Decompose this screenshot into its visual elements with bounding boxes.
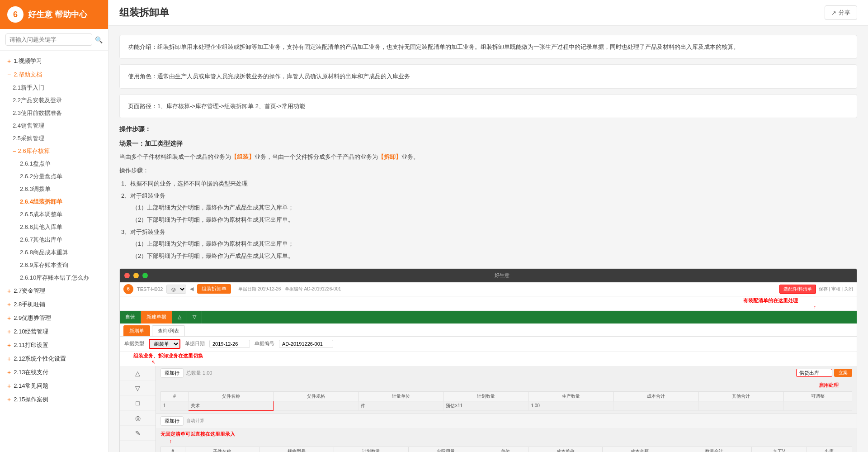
- row-unit: 件: [359, 401, 443, 410]
- step2b: （2）下部明细为子件明细，最终作为原材料生成其它出库单。: [132, 214, 857, 226]
- sidebar-item-25[interactable]: 2.5采购管理: [0, 132, 108, 145]
- enable-input[interactable]: [796, 369, 832, 377]
- collapse-icon-26: −: [13, 148, 16, 155]
- app-nav: 自营 新建单据 △ ▽: [120, 311, 857, 324]
- row-name: 关术: [189, 401, 274, 410]
- toolbar-id: TEST-H002: [137, 286, 163, 292]
- sidebar-item-212[interactable]: + 2.12系统个性化设置: [0, 352, 108, 366]
- type-select[interactable]: 组装单 拆卸单: [149, 339, 180, 349]
- step3b: （2）下部明细为子件明细，最终作为产成品生成其它入库单。: [132, 251, 857, 262]
- sidebar-item-29[interactable]: + 2.9优惠券管理: [0, 311, 108, 325]
- side-icon-3[interactable]: □: [120, 396, 156, 411]
- sidebar-item-2610[interactable]: 2.6.10库存账本错了怎么办: [0, 271, 108, 284]
- form-row: 单据类型 组装单 拆卸单 单据日期 单据编号: [120, 337, 857, 352]
- row-num: 1: [161, 401, 189, 410]
- date-input[interactable]: [209, 340, 250, 348]
- step3a: （1）上部明细为父件明细，最终作为原材料生成其它出库单；: [132, 238, 857, 250]
- row-other-total: [698, 401, 783, 410]
- nav-item-home[interactable]: 自营: [120, 311, 141, 324]
- apply-btn[interactable]: 立案: [834, 369, 852, 377]
- sidebar-item-docs[interactable]: − 2.帮助文档: [0, 68, 108, 81]
- th-name: 父件名称: [189, 391, 274, 401]
- sidebar-item-213[interactable]: + 2.13在线支付: [0, 366, 108, 379]
- th-cost-price: 成本单价: [528, 447, 603, 452]
- side-icon-2[interactable]: ▽: [120, 381, 156, 396]
- sidebar-item-28[interactable]: + 2.8手机旺铺: [0, 298, 108, 311]
- share-button[interactable]: ↗ 分享: [825, 5, 857, 20]
- th-unit: 计量单位: [359, 391, 443, 401]
- sidebar-item-267[interactable]: 2.6.7其他出库单: [0, 233, 108, 246]
- sidebar-item-264[interactable]: 2.6.4组装拆卸单: [0, 195, 108, 208]
- annotation-text1: 有装配清单的在这里处理: [124, 297, 852, 304]
- nav-item-down[interactable]: ▽: [187, 311, 202, 324]
- role-block: 使用角色：通常由生产人员或库管人员完成拆装业务的操作，库管人员确认原材料的出库和…: [119, 64, 857, 88]
- sidebar-item-211[interactable]: + 2.11打印设置: [0, 338, 108, 352]
- sidebar-item-214[interactable]: + 2.14常见问题: [0, 379, 108, 393]
- prev-icon[interactable]: ◀: [190, 286, 193, 292]
- date-label: 单据日期: [185, 340, 205, 347]
- annotation-arrow2: ↖: [124, 359, 852, 365]
- row-plan-qty: 预估×11: [443, 401, 528, 410]
- sidebar-item-24[interactable]: 2.4销售管理: [0, 119, 108, 132]
- parent-row-1: 1 关术 件 预估×11 1.00: [161, 401, 852, 410]
- side-icon-5[interactable]: ✎: [120, 426, 156, 441]
- intro-block: 功能介绍：组装拆卸单用来处理企业组装或拆卸等加工业务，支持有固定装配清单的产品加…: [119, 35, 857, 59]
- annotation-arrow4: ↑: [156, 438, 857, 444]
- steps-list: 1、根据不同的业务，选择不同单据的类型来处理 2、对于组装业务 （1）上部明细为…: [119, 178, 857, 262]
- add-child-row-btn[interactable]: 添加行: [160, 416, 184, 426]
- annotation-arrow1: ↑: [124, 304, 852, 309]
- sidebar-item-22[interactable]: 2.2产品安装及登录: [0, 94, 108, 107]
- sidebar-item-262[interactable]: 2.6.2分量盘点单: [0, 170, 108, 183]
- sidebar-item-27[interactable]: + 2.7资金管理: [0, 284, 108, 298]
- app-logo: 6: [123, 284, 133, 294]
- th-unit: 单位: [483, 447, 528, 452]
- th-plan-qty: 计划数量: [334, 447, 409, 452]
- add-row-btn[interactable]: 添加行: [160, 368, 184, 378]
- toolbar-date: 单据日期 2019-12-26 单据编号 AD-20191226-001: [238, 286, 341, 292]
- toolbar-new-btn[interactable]: 组装拆卸单: [197, 284, 231, 294]
- sidebar-item-215[interactable]: + 2.15操作案例: [0, 393, 108, 406]
- scene1-title: 场景一：加工类型选择: [119, 140, 857, 148]
- top-table-toolbar: 添加行 总数量 1.00 立案: [156, 366, 857, 380]
- expand-icon: +: [7, 342, 11, 349]
- sidebar-item-263[interactable]: 2.6.3调拨单: [0, 183, 108, 195]
- side-icon-4[interactable]: ◎: [120, 411, 156, 426]
- top-bar: 组装拆卸单 ↗ 分享: [108, 0, 868, 26]
- expand-icon: +: [7, 369, 11, 376]
- row-spec: [274, 401, 359, 410]
- side-icons: △ ▽ □ ◎ ✎: [120, 366, 156, 452]
- row-count: 总数量 1.00: [186, 370, 212, 376]
- sidebar-item-210[interactable]: + 2.10经营管理: [0, 325, 108, 338]
- auto-calc-label: 自动计算: [186, 418, 204, 424]
- tab-new[interactable]: 新增单: [123, 325, 150, 336]
- sidebar-item-265[interactable]: 2.6.5成本调整单: [0, 208, 108, 221]
- sidebar-item-26[interactable]: − 2.6库存核算: [0, 145, 108, 157]
- nav-item-up[interactable]: △: [172, 311, 187, 324]
- toolbar-action-btns: 保存 | 审核 | 关闭: [819, 286, 853, 292]
- sidebar-item-label: 1.视频学习: [14, 57, 42, 65]
- sidebar-item-21[interactable]: 2.1新手入门: [0, 81, 108, 94]
- sidebar-item-266[interactable]: 2.6.6其他入库单: [0, 221, 108, 233]
- step2a: （1）上部明细为父件明细，最终作为产成品生成其它入库单；: [132, 202, 857, 214]
- search-icon[interactable]: 🔍: [95, 36, 103, 43]
- sidebar-item-261[interactable]: 2.6.1盘点单: [0, 157, 108, 170]
- role-text: 使用角色：通常由生产人员或库管人员完成拆装业务的操作，库管人员确认原材料的出库和…: [128, 73, 410, 80]
- search-input[interactable]: [5, 33, 92, 46]
- toolbar-select[interactable]: ◎: [166, 285, 186, 294]
- row-cost-total: [613, 401, 698, 410]
- expand-icon: +: [7, 314, 11, 322]
- th-prod-qty: 生产数量: [528, 391, 613, 401]
- assembly-no-input[interactable]: [279, 340, 333, 348]
- expand-icon: +: [7, 328, 11, 335]
- sidebar-item-23[interactable]: 2.3使用前数据准备: [0, 107, 108, 119]
- step1: 1、根据不同的业务，选择不同单据的类型来处理: [121, 178, 857, 190]
- sidebar-item-269[interactable]: 2.6.9库存账本查询: [0, 259, 108, 271]
- sidebar-item-videos[interactable]: + 1.视频学习: [0, 54, 108, 68]
- collapse-icon: −: [7, 71, 11, 78]
- expand-icon: +: [7, 396, 11, 403]
- side-icon-1[interactable]: △: [120, 366, 156, 381]
- nav-item-new[interactable]: 新建单据: [141, 311, 172, 324]
- sidebar-item-268[interactable]: 2.6.8商品成本重算: [0, 246, 108, 259]
- path-text: 页面路径：1、库存核算->库存管理->组装拆卸单 2、首页->常用功能: [128, 103, 305, 109]
- tab-list[interactable]: 查询/列表: [152, 325, 185, 336]
